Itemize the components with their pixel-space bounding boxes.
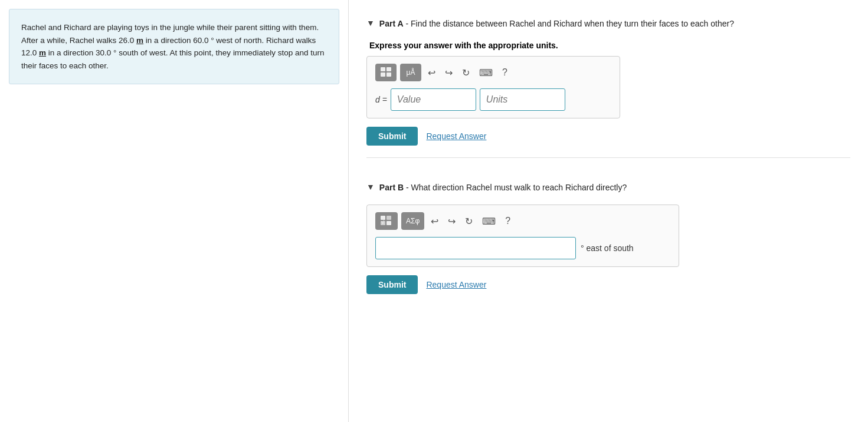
undo-icon-b: ↩ [431, 216, 438, 227]
part-a-answer-box: μÅ ↩ ↪ ↻ ⌨ ? d = [366, 56, 620, 118]
undo-button[interactable]: ↩ [425, 65, 438, 80]
part-a-toolbar: μÅ ↩ ↪ ↻ ⌨ ? [375, 64, 611, 81]
part-b-input-row: ° east of south [375, 237, 670, 259]
part-b-toolbar: √ ΑΣφ ↩ ↪ ↻ ⌨ [375, 212, 670, 230]
svg-rect-0 [381, 67, 385, 71]
undo-icon: ↩ [428, 67, 435, 78]
part-a-actions: Submit Request Answer [366, 127, 850, 146]
matrix-icon [380, 67, 392, 79]
part-a-dash: - [405, 19, 411, 28]
problem-statement: Rachel and Richard are playing toys in t… [9, 9, 339, 84]
mu-button[interactable]: μÅ [400, 64, 421, 81]
direction-suffix: ° east of south [581, 243, 634, 253]
part-b-undo-button[interactable]: ↩ [428, 214, 441, 229]
keyboard-icon: ⌨ [479, 67, 493, 78]
redo-button[interactable]: ↪ [442, 65, 456, 80]
help-icon-b: ? [505, 216, 510, 226]
keyboard-icon-b: ⌨ [482, 216, 496, 227]
svg-rect-1 [386, 67, 391, 71]
keyboard-button[interactable]: ⌨ [476, 65, 496, 80]
svg-rect-2 [381, 72, 385, 77]
part-b-header: ▼ Part B - What direction Rachel must wa… [366, 176, 850, 194]
mu-label: μÅ [407, 68, 415, 77]
matrix-button[interactable] [375, 64, 397, 81]
reset-icon: ↻ [462, 67, 470, 78]
part-b-answer-box: √ ΑΣφ ↩ ↪ ↻ ⌨ [366, 205, 679, 267]
radical-icon: √ [380, 215, 393, 228]
help-icon: ? [502, 67, 507, 78]
svg-text:√: √ [381, 219, 385, 225]
greek-button[interactable]: ΑΣφ [401, 212, 424, 230]
part-a-input-row: d = [375, 88, 611, 111]
reset-icon-b: ↻ [465, 216, 473, 227]
part-a-request-answer-link[interactable]: Request Answer [426, 131, 486, 141]
part-a-header: ▼ Part A - Find the distance between Rac… [366, 12, 850, 30]
part-b-request-answer-link[interactable]: Request Answer [426, 280, 486, 289]
part-a-section: ▼ Part A - Find the distance between Rac… [366, 12, 850, 158]
part-b-help-button[interactable]: ? [502, 214, 513, 228]
part-b-dash: - [406, 183, 411, 192]
express-label: Express your answer with the appropriate… [369, 41, 850, 50]
part-b-actions: Submit Request Answer [366, 275, 850, 294]
part-a-title: Part A - Find the distance between Rache… [379, 18, 734, 30]
d-label: d = [375, 95, 387, 104]
redo-icon-b: ↪ [448, 216, 456, 227]
part-b-section: ▼ Part B - What direction Rachel must wa… [366, 176, 850, 306]
part-b-redo-button[interactable]: ↪ [445, 214, 458, 229]
part-a-collapse-arrow[interactable]: ▼ [366, 18, 375, 28]
help-button[interactable]: ? [499, 65, 510, 80]
svg-rect-3 [386, 72, 391, 77]
svg-rect-5 [386, 216, 391, 220]
part-a-submit-button[interactable]: Submit [366, 127, 418, 146]
part-b-submit-button[interactable]: Submit [366, 275, 418, 294]
value-input[interactable] [391, 88, 476, 111]
redo-icon: ↪ [445, 67, 453, 78]
part-b-collapse-arrow[interactable]: ▼ [366, 182, 375, 192]
units-input[interactable] [480, 88, 565, 111]
part-b-keyboard-button[interactable]: ⌨ [479, 214, 499, 229]
svg-rect-7 [386, 221, 391, 225]
part-b-title: Part B - What direction Rachel must walk… [379, 182, 627, 194]
problem-text: Rachel and Richard are playing toys in t… [21, 21, 327, 72]
right-panel: ▼ Part A - Find the distance between Rac… [348, 0, 868, 422]
greek-label: ΑΣφ [406, 217, 420, 225]
reset-button[interactable]: ↻ [459, 65, 473, 80]
part-b-reset-button[interactable]: ↻ [462, 214, 476, 229]
radical-button[interactable]: √ [375, 212, 398, 230]
direction-input[interactable] [375, 237, 576, 259]
